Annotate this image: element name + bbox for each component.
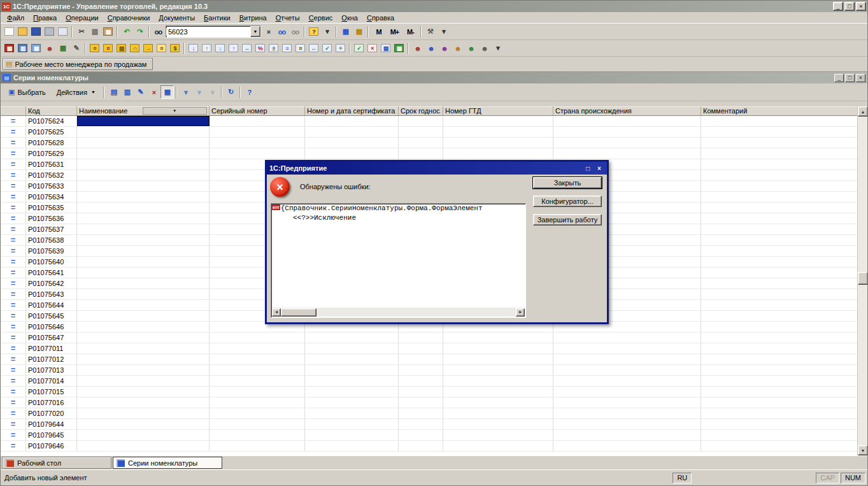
data-cell[interactable] xyxy=(77,278,210,289)
help-icon[interactable]: ? xyxy=(243,85,256,99)
data-cell[interactable] xyxy=(701,213,857,224)
document-journal-icon[interactable]: ▤ xyxy=(379,41,392,55)
menu-item[interactable]: Справочники xyxy=(103,13,155,22)
data-cell[interactable] xyxy=(305,343,399,354)
undo-icon[interactable]: ↶ xyxy=(120,25,133,38)
data-cell[interactable] xyxy=(305,332,399,343)
code-cell[interactable]: P01075632 xyxy=(26,170,77,180)
open-document-icon[interactable] xyxy=(16,25,29,38)
reprice-icon[interactable]: + xyxy=(334,41,347,55)
scroll-left-icon[interactable]: ◄ xyxy=(272,308,281,317)
data-cell[interactable] xyxy=(701,224,857,234)
code-cell[interactable]: P01077014 xyxy=(26,376,77,386)
data-cell[interactable] xyxy=(701,332,857,343)
data-cell[interactable] xyxy=(77,138,210,148)
column-header[interactable]: Код xyxy=(26,106,77,115)
advance-report-icon[interactable]: ¤ xyxy=(155,41,168,55)
find-previous-icon[interactable]: oo xyxy=(288,25,302,38)
code-cell[interactable]: P01075645 xyxy=(26,311,77,321)
data-cell[interactable] xyxy=(77,300,210,310)
data-cell[interactable] xyxy=(553,138,701,148)
data-cell[interactable] xyxy=(701,127,857,137)
data-cell[interactable] xyxy=(399,332,443,343)
data-cell[interactable] xyxy=(399,354,443,364)
sales-doc-icon[interactable]: ↑ xyxy=(200,41,213,55)
data-cell[interactable] xyxy=(305,365,399,375)
data-cell[interactable] xyxy=(443,397,553,408)
table-row[interactable]: =P01077011 xyxy=(1,343,857,354)
data-cell[interactable] xyxy=(399,397,443,408)
copy-icon[interactable]: ▥ xyxy=(88,25,101,38)
table-row[interactable]: =P01075628 xyxy=(1,138,857,148)
scroll-right-icon[interactable]: ► xyxy=(516,308,525,317)
data-cell[interactable] xyxy=(305,387,399,397)
data-cell[interactable] xyxy=(77,181,210,191)
edit-item-icon[interactable]: ✎ xyxy=(134,85,147,99)
dialog-maximize-icon[interactable]: □ xyxy=(583,164,593,173)
code-cell[interactable]: P01079645 xyxy=(26,430,77,440)
table-row[interactable]: =P01079644 xyxy=(1,419,857,430)
print-form-icon[interactable]: ▥ xyxy=(16,41,29,55)
code-cell[interactable]: P01077011 xyxy=(26,343,77,354)
customers-icon[interactable]: ☻ xyxy=(411,41,424,55)
data-cell[interactable] xyxy=(701,343,857,354)
table-row[interactable]: =P01079646 xyxy=(1,441,857,452)
column-header[interactable]: Страна происхождения xyxy=(553,106,701,115)
currency-rates-icon[interactable]: $ xyxy=(168,41,181,55)
data-cell[interactable] xyxy=(399,419,443,429)
table-row[interactable]: =P01075624 xyxy=(1,116,857,127)
code-cell[interactable]: P01075624 xyxy=(26,116,77,126)
code-cell[interactable]: P01075639 xyxy=(26,246,77,256)
data-cell[interactable] xyxy=(701,116,857,126)
data-cell[interactable] xyxy=(701,430,857,440)
actions-button[interactable]: Действия ▼ xyxy=(52,85,101,99)
data-cell[interactable] xyxy=(553,376,701,386)
clear-filter-icon[interactable]: ▼ xyxy=(206,85,219,99)
data-cell[interactable] xyxy=(443,343,553,354)
column-header[interactable]: Серийный номер xyxy=(210,106,305,115)
menu-item[interactable]: Документы xyxy=(154,13,199,22)
data-cell[interactable] xyxy=(305,354,399,364)
data-cell[interactable] xyxy=(305,127,399,137)
combo-dropdown-icon[interactable]: ▼ xyxy=(250,26,260,37)
code-cell[interactable]: P01075643 xyxy=(26,289,77,299)
table-row[interactable]: =P01077016 xyxy=(1,397,857,408)
code-cell[interactable]: P01075638 xyxy=(26,235,77,245)
shutdown-button[interactable]: Завершить работу xyxy=(533,214,602,225)
child-restore-icon[interactable]: □ xyxy=(845,74,855,82)
error-text-area[interactable]: err{Справочник.СерииНоменклатуры.Форма.Ф… xyxy=(271,203,526,318)
data-cell[interactable] xyxy=(701,322,857,332)
data-cell[interactable] xyxy=(701,278,857,289)
code-cell[interactable]: P01075629 xyxy=(26,148,77,159)
table-row[interactable]: =P01077012 xyxy=(1,354,857,365)
delete-mark-icon[interactable]: × xyxy=(147,85,160,99)
code-cell[interactable]: P01075640 xyxy=(26,257,77,267)
price-setting-icon[interactable]: ¤ xyxy=(294,41,307,55)
data-cell[interactable] xyxy=(443,430,553,440)
table-view-icon[interactable]: ▦ xyxy=(339,25,352,38)
data-cell[interactable] xyxy=(399,430,443,440)
data-cell[interactable] xyxy=(701,397,857,408)
cut-icon[interactable]: ✂ xyxy=(75,25,88,38)
data-cell[interactable] xyxy=(443,441,553,451)
counterparty-icon[interactable]: ☻ xyxy=(43,41,56,55)
code-cell[interactable]: P01075641 xyxy=(26,268,77,278)
data-cell[interactable] xyxy=(305,397,399,408)
data-cell[interactable] xyxy=(77,268,210,278)
weighing-icon[interactable]: ± xyxy=(267,41,280,55)
data-cell[interactable] xyxy=(701,365,857,375)
code-cell[interactable]: P01077016 xyxy=(26,397,77,408)
data-cell[interactable] xyxy=(553,387,701,397)
payment-lock-icon[interactable]: ∩ xyxy=(128,41,141,55)
data-cell[interactable] xyxy=(77,311,210,321)
table-row[interactable]: =P01077014 xyxy=(1,376,857,387)
code-cell[interactable]: P01075642 xyxy=(26,278,77,289)
data-cell[interactable] xyxy=(210,408,305,418)
data-cell[interactable] xyxy=(399,116,443,126)
data-cell[interactable] xyxy=(553,365,701,375)
data-cell[interactable] xyxy=(77,441,210,451)
code-cell[interactable]: P01075635 xyxy=(26,203,77,213)
data-cell[interactable] xyxy=(701,268,857,278)
data-cell[interactable] xyxy=(701,354,857,364)
data-cell[interactable] xyxy=(399,376,443,386)
